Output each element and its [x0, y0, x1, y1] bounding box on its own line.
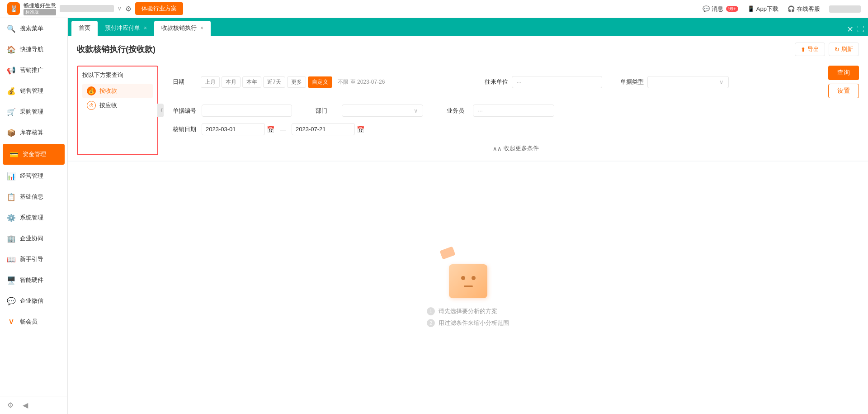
- user-name-blurred: [829, 5, 861, 13]
- tab-home-label: 首页: [79, 24, 90, 32]
- funds-icon: 💳: [10, 150, 18, 158]
- by-receivable-label: 按应收: [99, 101, 117, 109]
- settings-icon[interactable]: ⚙: [125, 5, 132, 13]
- sidebar-item-system[interactable]: ⚙️ 系统管理: [0, 207, 67, 228]
- date-btn-more[interactable]: 更多: [287, 76, 306, 88]
- writeoff-start-cal-icon[interactable]: 📅: [267, 126, 274, 133]
- export-btn[interactable]: ⬆ 导出: [795, 43, 825, 56]
- date-btn-custom[interactable]: 自定义: [308, 76, 332, 88]
- industry-btn[interactable]: 体验行业方案: [135, 2, 183, 15]
- sidebar-label-marketing: 营销推广: [20, 66, 43, 74]
- writeoff-start-input[interactable]: [202, 123, 265, 135]
- wechat-icon: 💬: [7, 297, 15, 305]
- staff-label: 业务员: [447, 107, 469, 115]
- content-area: 首页 预付冲应付单 × 收款核销执行 × ✕ ⛶ 收款核销执行(按收款): [68, 18, 868, 414]
- sidebar-item-marketing[interactable]: 📢 营销推广: [0, 60, 67, 81]
- dept-chevron-icon: ∨: [414, 107, 418, 114]
- sidebar-item-funds[interactable]: 💳 资金管理: [3, 144, 65, 165]
- by-receipt-icon: 💰: [87, 86, 96, 95]
- sidebar-label-enterprise: 企业协同: [20, 234, 43, 243]
- sidebar-label-inventory: 库存核算: [20, 128, 43, 137]
- system-icon: ⚙️: [7, 214, 15, 222]
- filter-panel-collapse-btn[interactable]: 《: [157, 104, 164, 117]
- tab-home[interactable]: 首页: [71, 21, 98, 36]
- partner-input[interactable]: ···: [512, 76, 602, 88]
- sidebar-label-smart-hardware: 智能硬件: [20, 276, 43, 284]
- operations-icon: 📊: [7, 172, 15, 180]
- sidebar-item-member[interactable]: V 畅会员: [0, 311, 67, 332]
- writeoff-date-start-group: 📅: [202, 123, 274, 135]
- dept-select[interactable]: ∨: [342, 105, 423, 117]
- workspace-name-blurred: [60, 5, 114, 12]
- filter-settings-btn[interactable]: 设置: [828, 84, 859, 98]
- sidebar-settings-icon[interactable]: ⚙: [7, 401, 14, 409]
- date-btn-this-year[interactable]: 本年: [242, 76, 261, 88]
- tab-writeoff-close-icon[interactable]: ×: [200, 25, 203, 31]
- quick-nav-icon: 🏠: [7, 45, 15, 53]
- date-label: 日期: [173, 78, 195, 86]
- top-bar: 🐰 畅捷通好生意 标准版 ∨ ⚙ 体验行业方案 💬 消息 99+ 📱 App下载…: [0, 0, 868, 18]
- search-menu-icon: 🔍: [7, 24, 15, 33]
- sidebar-item-beginner[interactable]: 📖 新手引导: [0, 249, 67, 270]
- dept-label: 部门: [316, 107, 338, 115]
- date-btn-7days[interactable]: 近7天: [263, 76, 285, 88]
- collapse-up-icon: ∧∧: [493, 145, 502, 152]
- export-icon: ⬆: [801, 46, 806, 53]
- date-btn-this-month[interactable]: 本月: [222, 76, 241, 88]
- sidebar-label-basic-info: 基础信息: [20, 193, 43, 201]
- writeoff-date-end-group: 📅: [292, 123, 364, 135]
- refresh-label: 刷新: [841, 45, 853, 53]
- empty-hint-2: 2 用过滤条件来缩小分析范围: [427, 319, 509, 327]
- filter-left-panel: 按以下方案查询 💰 按收款 ⏱ 按应收 《: [77, 66, 158, 155]
- message-btn[interactable]: 💬 消息 99+: [703, 5, 738, 13]
- purchase-icon: 🛒: [7, 108, 15, 116]
- page-content: 收款核销执行(按收款) ⬆ 导出 ↻ 刷新 按以下方案查询: [68, 36, 868, 414]
- basic-info-icon: 📋: [7, 193, 15, 201]
- marketing-icon: 📢: [7, 66, 15, 74]
- sales-icon: 💰: [7, 87, 15, 95]
- tab-close-all-icon[interactable]: ✕: [847, 24, 854, 34]
- sidebar-item-purchase[interactable]: 🛒 采购管理: [0, 101, 67, 122]
- refresh-btn[interactable]: ↻ 刷新: [829, 43, 859, 56]
- top-bar-right: 💬 消息 99+ 📱 App下载 🎧 在线客服: [703, 5, 861, 13]
- app-tag: 标准版: [24, 9, 56, 15]
- writeoff-end-cal-icon[interactable]: 📅: [357, 126, 364, 133]
- sidebar-item-basic-info[interactable]: 📋 基础信息: [0, 186, 67, 207]
- step-2-icon: 2: [427, 319, 435, 327]
- sidebar-label-operations: 经营管理: [20, 172, 43, 180]
- collapse-more-btn[interactable]: ∧∧ 收起更多条件: [173, 142, 859, 155]
- tab-writeoff-label: 收款核销执行: [161, 24, 197, 32]
- sidebar-item-sales[interactable]: 💰 销售管理: [0, 81, 67, 101]
- sidebar-item-search-menu[interactable]: 🔍 搜索菜单: [0, 18, 67, 39]
- doc-type-select[interactable]: ∨: [647, 76, 729, 88]
- tab-prepay[interactable]: 预付冲应付单 ×: [98, 21, 154, 36]
- sidebar-label-sales: 销售管理: [20, 87, 43, 95]
- service-icon: 🎧: [788, 5, 795, 12]
- sidebar-item-inventory[interactable]: 📦 库存核算: [0, 122, 67, 143]
- writeoff-date-label: 核销日期: [173, 125, 196, 133]
- tab-writeoff[interactable]: 收款核销执行 ×: [154, 21, 211, 36]
- doc-type-label: 单据类型: [620, 78, 644, 86]
- sidebar: 🔍 搜索菜单 🏠 快捷导航 📢 营销推广 💰 销售管理 🛒 采购管理 📦 库存核…: [0, 18, 68, 414]
- app-download-btn[interactable]: 📱 App下载: [747, 5, 778, 13]
- tab-expand-icon[interactable]: ⛶: [857, 25, 864, 33]
- date-btn-last-month[interactable]: 上月: [201, 76, 220, 88]
- query-btn[interactable]: 查询: [828, 66, 859, 80]
- staff-input[interactable]: ···: [473, 105, 554, 117]
- workspace-chevron-icon[interactable]: ∨: [118, 5, 122, 12]
- sidebar-item-operations[interactable]: 📊 经营管理: [0, 166, 67, 186]
- sidebar-item-enterprise[interactable]: 🏢 企业协同: [0, 228, 67, 249]
- filter-option-by-receivable[interactable]: ⏱ 按应收: [82, 98, 153, 113]
- sidebar-item-wechat[interactable]: 💬 企业微信: [0, 290, 67, 311]
- writeoff-end-input[interactable]: [292, 123, 355, 135]
- tab-prepay-close-icon[interactable]: ×: [144, 25, 147, 31]
- sidebar-item-quick-nav[interactable]: 🏠 快捷导航: [0, 39, 67, 60]
- tab-bar: 首页 预付冲应付单 × 收款核销执行 × ✕ ⛶: [68, 18, 868, 36]
- online-service-btn[interactable]: 🎧 在线客服: [788, 5, 820, 13]
- filter-option-by-receipt[interactable]: 💰 按收款: [82, 84, 153, 98]
- doc-num-input[interactable]: [202, 105, 292, 117]
- step-1-icon: 1: [427, 307, 435, 315]
- sidebar-collapse-icon[interactable]: ◀: [23, 401, 28, 409]
- sidebar-item-smart-hardware[interactable]: 🖥️ 智能硬件: [0, 270, 67, 290]
- collapse-arrow-icon: 《: [158, 107, 163, 114]
